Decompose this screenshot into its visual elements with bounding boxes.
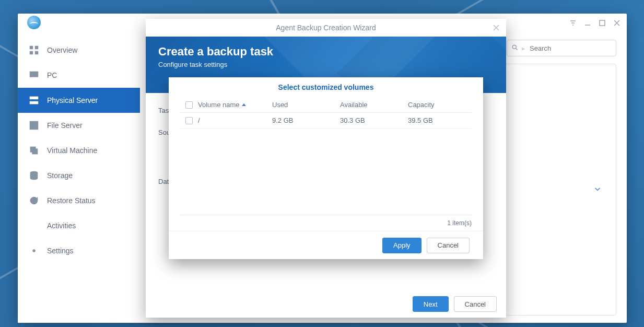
volume-select-dialog: Select customized volumes Volume name Us… (169, 77, 483, 259)
wizard-titlebar: Agent Backup Creation Wizard (146, 19, 506, 37)
sidebar-item-label: Settings (47, 247, 74, 255)
sidebar-item-label: Activities (47, 221, 76, 230)
svg-rect-3 (30, 51, 33, 54)
monitor-icon (28, 69, 40, 81)
header-available[interactable]: Available (340, 101, 408, 109)
header-label: Used (272, 101, 288, 109)
search-icon (511, 44, 519, 53)
row-checkbox-cell (180, 117, 198, 124)
sort-ascending-icon (242, 103, 246, 106)
cancel-button[interactable]: Cancel (427, 238, 470, 253)
sidebar-item-overview[interactable]: Overview (18, 38, 140, 63)
server-icon (28, 95, 40, 106)
header-label: Available (340, 101, 368, 109)
wizard-close-icon[interactable] (493, 24, 500, 33)
chevron-down-icon[interactable] (593, 184, 602, 195)
volume-table: Volume name Used Available Capacity / 9.… (169, 97, 483, 231)
row-used: 9.2 GB (272, 116, 340, 124)
svg-point-16 (32, 249, 36, 252)
svg-rect-12 (31, 126, 37, 129)
svg-rect-1 (30, 46, 33, 49)
wizard-title: Agent Backup Creation Wizard (276, 24, 376, 32)
gear-icon (28, 245, 40, 256)
svg-rect-4 (35, 51, 38, 54)
sidebar-item-label: PC (47, 71, 57, 79)
row-capacity: 39.5 GB (408, 116, 472, 124)
close-icon[interactable] (613, 19, 620, 27)
sidebar-item-label: Physical Server (47, 96, 98, 104)
sidebar-item-label: Overview (47, 46, 77, 54)
search-field-wrap[interactable]: ▸ (507, 40, 616, 56)
sidebar-item-file-server[interactable]: File Server (18, 113, 140, 138)
grid-icon (28, 44, 40, 56)
volume-dialog-footer: Apply Cancel (169, 231, 483, 259)
header-label: Volume name (198, 101, 240, 109)
next-button[interactable]: Next (413, 296, 449, 312)
search-divider: ▸ (522, 44, 525, 52)
svg-rect-2 (35, 46, 38, 49)
volume-dialog-title: Select customized volumes (169, 77, 483, 97)
sidebar-item-label: File Server (47, 121, 83, 130)
row-volume-name: / (198, 116, 272, 124)
sidebar-item-virtual-machine[interactable]: Virtual Machine (18, 138, 140, 163)
sidebar-item-pc[interactable]: PC (18, 63, 140, 88)
sidebar-item-label: Virtual Machine (47, 146, 97, 155)
row-checkbox[interactable] (185, 117, 193, 124)
svg-rect-5 (30, 72, 39, 77)
svg-rect-6 (30, 97, 39, 100)
sidebar-item-activities[interactable]: Activities (18, 213, 140, 238)
table-footer-count: 1 item(s) (180, 215, 472, 231)
wizard-subheading: Configure task settings (158, 61, 494, 68)
app-logo-wrap (24, 16, 41, 31)
svg-rect-11 (31, 123, 37, 125)
sidebar-item-label: Restore Status (47, 196, 96, 205)
sidebar-item-physical-server[interactable]: Physical Server (18, 88, 140, 113)
minimize-icon[interactable] (584, 19, 591, 27)
header-label: Capacity (408, 101, 435, 109)
svg-rect-0 (600, 20, 605, 26)
drive-icon (28, 120, 40, 131)
search-input[interactable] (529, 44, 618, 53)
svg-rect-7 (30, 101, 39, 104)
sidebar-item-restore-status[interactable]: Restore Status (18, 188, 140, 213)
table-header: Volume name Used Available Capacity (180, 97, 472, 113)
header-capacity[interactable]: Capacity (408, 101, 472, 109)
wizard-footer: Next Cancel (146, 290, 506, 318)
svg-point-17 (512, 45, 516, 49)
wizard-heading: Create a backup task (158, 45, 494, 59)
maximize-icon[interactable] (599, 19, 606, 27)
sidebar-item-settings[interactable]: Settings (18, 238, 140, 263)
layers-icon (28, 145, 40, 156)
svg-rect-10 (30, 121, 39, 130)
select-all-checkbox[interactable] (185, 101, 193, 109)
header-used[interactable]: Used (272, 101, 340, 109)
apply-button[interactable]: Apply (382, 238, 421, 253)
table-row[interactable]: / 9.2 GB 30.3 GB 39.5 GB (180, 113, 472, 129)
header-checkbox-cell (180, 101, 198, 109)
svg-rect-14 (32, 148, 38, 154)
sidebar-item-label: Storage (47, 171, 73, 180)
row-available: 30.3 GB (340, 116, 408, 124)
sidebar: Overview PC Physical Server File Server (18, 32, 140, 323)
svg-point-8 (31, 98, 32, 99)
sidebar-item-storage[interactable]: Storage (18, 163, 140, 188)
disks-icon (28, 170, 40, 181)
refresh-icon (28, 195, 40, 206)
list-icon (28, 220, 40, 231)
filter-icon[interactable] (569, 19, 577, 27)
header-volume-name[interactable]: Volume name (198, 101, 272, 109)
cancel-button[interactable]: Cancel (454, 296, 497, 312)
svg-point-9 (31, 102, 32, 103)
app-logo-icon (27, 16, 41, 29)
